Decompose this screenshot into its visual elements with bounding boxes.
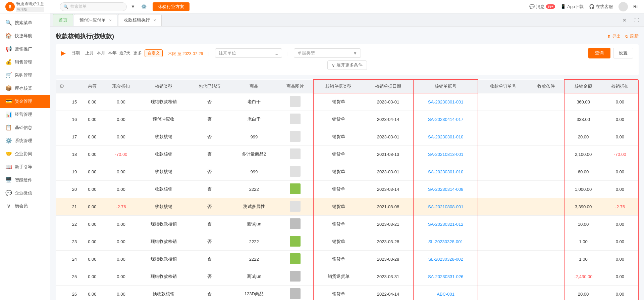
chevron-down-icon: ▼: [353, 51, 357, 56]
refresh-btn[interactable]: ↻ 刷新: [625, 33, 639, 39]
row-doc-type: 销货单: [313, 93, 363, 111]
date-opt-7days[interactable]: 近7天: [119, 50, 130, 56]
row-order-no: [478, 93, 528, 111]
row-doc-no[interactable]: SA-20230301-010: [413, 128, 478, 145]
sidebar-item-system[interactable]: ⚙️ 系统管理: [0, 134, 50, 147]
date-opt-custom[interactable]: 自定义: [145, 49, 163, 57]
row-product: 2222: [231, 250, 277, 268]
online-service[interactable]: 🎧 在线客服: [589, 4, 613, 10]
sidebar-item-sales[interactable]: 💰 销售管理: [0, 55, 50, 69]
date-opt-last-month[interactable]: 上月: [85, 50, 94, 56]
industry-btn[interactable]: 休验行业方案: [153, 2, 190, 11]
row-settings-icon: [56, 285, 68, 300]
row-settings-icon: [56, 163, 68, 180]
sidebar-item-management[interactable]: 📊 经营管理: [0, 108, 50, 121]
export-btn[interactable]: ⬆ 导出: [607, 33, 621, 39]
tab-writeoff-close[interactable]: ✕: [153, 18, 156, 22]
sidebar-item-marketing[interactable]: 📢 营销推广: [0, 42, 50, 55]
notifications[interactable]: 💬 消息 99+: [529, 4, 555, 10]
row-amount: 333.00: [564, 111, 602, 128]
row-balance: 0.00: [81, 111, 103, 128]
sidebar-item-guide[interactable]: 📖 新手引导: [0, 160, 50, 173]
row-doc-type: 销货单: [313, 233, 363, 250]
row-doc-no[interactable]: SA-20230321-012: [413, 215, 478, 233]
marketing-icon: 📢: [5, 46, 12, 52]
row-product: 测试多属性: [231, 198, 277, 215]
date-opt-more[interactable]: 更多: [133, 50, 142, 56]
row-doc-no[interactable]: SA-20210808-001: [413, 198, 478, 215]
row-amount: 60.00: [564, 163, 602, 180]
purchase-icon: 🛒: [5, 72, 12, 78]
sidebar-item-finance[interactable]: 💳 资金管理: [0, 95, 50, 108]
sidebar-item-basic[interactable]: 📋 基础信息: [0, 121, 50, 134]
row-doc-type: 销货单: [313, 285, 363, 300]
sidebar-item-quicknav[interactable]: 🏠 快捷导航: [0, 29, 50, 42]
row-settled: 否: [188, 128, 231, 145]
col-settings[interactable]: ⚙: [56, 80, 68, 93]
date-opt-this-month[interactable]: 本月: [97, 50, 105, 56]
close-window-icon[interactable]: ✕: [620, 15, 629, 25]
row-doc-date: 2023-03-01: [363, 128, 413, 145]
row-serial: 17: [68, 128, 81, 145]
top-dropdown[interactable]: ▼: [131, 4, 135, 9]
row-balance: 0.00: [81, 93, 103, 111]
row-order-no: [478, 111, 528, 128]
sidebar-item-purchase[interactable]: 🛒 采购管理: [0, 69, 50, 82]
row-doc-no[interactable]: SA-20230331-026: [413, 268, 478, 285]
sidebar-item-weixin[interactable]: 💬 企业微信: [0, 186, 50, 200]
row-condition: [528, 145, 564, 163]
row-serial: 21: [68, 198, 81, 215]
maximize-icon[interactable]: ⛶: [632, 15, 641, 25]
tab-prepay[interactable]: 预付冲应付单 ✕: [74, 14, 117, 26]
page-content: 收款核销执行(按收款) ⬆ 导出 ↻ 刷新 ▶ 日期: [50, 27, 644, 300]
row-type: 收款核销: [139, 163, 188, 180]
row-doc-no[interactable]: SA-20230301-001: [413, 93, 478, 111]
expand-btn[interactable]: ∨ 展开更多条件: [327, 60, 367, 70]
query-btn[interactable]: 查询: [588, 48, 610, 58]
sidebar-item-inventory[interactable]: 📦 库存核算: [0, 82, 50, 95]
row-doc-no[interactable]: SL-20230328-001: [413, 233, 478, 250]
sidebar-item-hardware[interactable]: 🖥️ 智能硬件: [0, 173, 50, 186]
app-download-label: App下载: [567, 4, 584, 10]
col-product: 商品: [231, 80, 277, 93]
logo-tag: 标准版: [16, 7, 44, 12]
col-condition: 收款条件: [528, 80, 564, 93]
row-doc-no[interactable]: SL-20230328-002: [413, 250, 478, 268]
row-serial: 15: [68, 93, 81, 111]
col-amount: 核销金额: [564, 80, 602, 93]
doctype-select[interactable]: 单据类型 ▼: [294, 48, 361, 58]
app-download[interactable]: 📱 App下载: [560, 4, 584, 10]
gear-icon[interactable]: ⚙️: [139, 2, 149, 11]
row-doc-no[interactable]: SA-20230314-008: [413, 180, 478, 198]
sidebar-label-member: 畅会员: [15, 203, 28, 209]
col-discount: 现金折扣: [103, 80, 139, 93]
row-doc-type: 销货退货单: [313, 268, 363, 285]
date-opt-this-year[interactable]: 本年: [108, 50, 117, 56]
row-doc-date: 2023-03-28: [363, 233, 413, 250]
search-icon: 🔍: [5, 19, 12, 26]
sidebar-label-hardware: 智能硬件: [15, 177, 32, 183]
sidebar-item-collab[interactable]: 🤝 企业协同: [0, 147, 50, 160]
sidebar-item-member[interactable]: V 畅会员: [0, 200, 50, 212]
row-settled: 否: [188, 215, 231, 233]
row-product-img: [277, 233, 313, 250]
filter-toggle-btn[interactable]: ▶: [61, 49, 66, 57]
partner-input[interactable]: 往来单位 ...: [215, 48, 282, 58]
row-write-off-discount: 0.00: [602, 128, 638, 145]
settings-btn[interactable]: 设置: [613, 48, 633, 58]
row-type: 收款核销: [139, 128, 188, 145]
row-type: 收款核销: [139, 180, 188, 198]
row-doc-no[interactable]: SA-20230301-010: [413, 163, 478, 180]
row-doc-no[interactable]: ABC-001: [413, 285, 478, 300]
row-doc-no[interactable]: SA-20230414-017: [413, 111, 478, 128]
main-area: 首页 预付冲应付单 ✕ 收款核销执行 ✕ ✕ ⛶ 收款核销执行(按收款): [50, 13, 644, 300]
tab-bar: 首页 预付冲应付单 ✕ 收款核销执行 ✕ ✕ ⛶: [50, 13, 644, 27]
tab-writeoff[interactable]: 收款核销执行 ✕: [118, 14, 162, 26]
search-box[interactable]: 🔍 搜索菜单: [60, 2, 127, 11]
tab-prepay-close[interactable]: ✕: [109, 18, 112, 22]
avatar[interactable]: [619, 2, 628, 11]
row-doc-no[interactable]: SA-20210813-001: [413, 145, 478, 163]
tab-home[interactable]: 首页: [53, 14, 73, 26]
row-balance: 0.00: [81, 285, 103, 300]
sidebar-item-search[interactable]: 🔍 搜索菜单: [0, 16, 50, 29]
